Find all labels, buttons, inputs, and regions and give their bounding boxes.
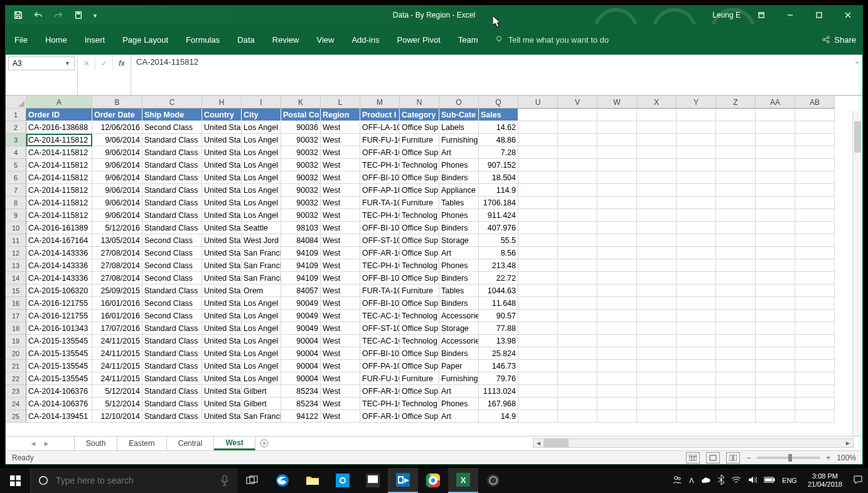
vertical-scrollbar[interactable]: [852, 111, 862, 436]
cell[interactable]: CA-2014-115812: [26, 209, 92, 222]
cell[interactable]: United Sta: [202, 310, 242, 322]
cell[interactable]: 9/06/2014: [92, 159, 142, 171]
cell[interactable]: 90.57: [479, 310, 518, 322]
formula-bar-expand-icon[interactable]: ⌄: [854, 57, 860, 65]
cell[interactable]: [716, 398, 756, 410]
cell[interactable]: Order Date: [92, 109, 142, 121]
cell[interactable]: 12/10/2014: [92, 410, 142, 423]
cell[interactable]: Office Sup: [400, 222, 439, 234]
cell[interactable]: [637, 284, 677, 297]
row-header[interactable]: 21: [6, 360, 26, 372]
cell[interactable]: [795, 398, 835, 410]
cell[interactable]: Binders: [439, 347, 479, 360]
cell[interactable]: [716, 385, 756, 398]
cell[interactable]: San Franci: [242, 259, 281, 272]
cell[interactable]: 407.976: [479, 222, 518, 234]
cell[interactable]: [637, 347, 677, 360]
cell[interactable]: 5/12/2014: [92, 385, 142, 398]
cell[interactable]: [795, 209, 835, 222]
close-button[interactable]: [833, 6, 862, 24]
cell[interactable]: [637, 297, 677, 310]
fx-button[interactable]: fx: [113, 57, 131, 70]
cell[interactable]: Office Sup: [400, 322, 439, 335]
cell[interactable]: West: [321, 398, 360, 410]
cell[interactable]: United Sta: [202, 146, 242, 159]
column-header[interactable]: M: [360, 96, 400, 109]
cell[interactable]: [716, 197, 756, 209]
cell[interactable]: [677, 247, 716, 259]
tray-expand-icon[interactable]: ᐱ: [689, 477, 694, 485]
cell[interactable]: [716, 159, 756, 171]
cell[interactable]: [756, 335, 795, 347]
cell[interactable]: 27/08/2014: [92, 259, 142, 272]
cell[interactable]: [518, 410, 558, 423]
cell[interactable]: San Franci: [242, 272, 281, 284]
cell[interactable]: [597, 297, 637, 310]
cell[interactable]: [518, 134, 558, 146]
column-header[interactable]: X: [637, 96, 677, 109]
cell[interactable]: Los Angel: [242, 347, 281, 360]
cell[interactable]: Paper: [439, 360, 479, 372]
cell[interactable]: OFF-AR-10: [360, 146, 400, 159]
row-header[interactable]: 6: [6, 171, 26, 184]
cell[interactable]: OFF-PA-10: [360, 360, 400, 372]
zoom-in-button[interactable]: +: [826, 453, 830, 462]
row-header[interactable]: 1: [6, 109, 26, 121]
cell[interactable]: [518, 385, 558, 398]
cell[interactable]: [637, 272, 677, 284]
cell[interactable]: 90049: [281, 322, 321, 335]
cell[interactable]: [756, 222, 795, 234]
cell[interactable]: Phones: [439, 159, 479, 171]
cell[interactable]: Category: [400, 109, 439, 121]
cell[interactable]: [795, 284, 835, 297]
cell[interactable]: [637, 398, 677, 410]
cell[interactable]: Office Sup: [400, 247, 439, 259]
ribbon-tab-review[interactable]: Review: [264, 24, 308, 55]
zoom-level[interactable]: 100%: [837, 453, 856, 462]
cell[interactable]: West: [321, 146, 360, 159]
cell[interactable]: [518, 159, 558, 171]
cell[interactable]: Second Class: [142, 297, 202, 310]
cell[interactable]: West: [321, 385, 360, 398]
cell[interactable]: United Sta: [202, 222, 242, 234]
cell[interactable]: [677, 259, 716, 272]
cell[interactable]: Postal Co: [281, 109, 321, 121]
cell[interactable]: 167.968: [479, 398, 518, 410]
cell[interactable]: CA-2014-115812: [26, 171, 92, 184]
cell[interactable]: [558, 197, 597, 209]
cell[interactable]: Furniture: [400, 134, 439, 146]
cell[interactable]: United Sta: [202, 372, 242, 385]
cell[interactable]: [716, 171, 756, 184]
cell[interactable]: CA-2014-139451: [26, 410, 92, 423]
cell[interactable]: 9/06/2014: [92, 171, 142, 184]
cell[interactable]: TEC-PH-10: [360, 209, 400, 222]
cell[interactable]: West: [321, 360, 360, 372]
cell[interactable]: CA-2014-115812: [26, 134, 92, 146]
cell[interactable]: OFF-AR-10: [360, 410, 400, 423]
row-header[interactable]: 3: [6, 134, 26, 146]
minimize-button[interactable]: [776, 6, 805, 24]
cell[interactable]: 9/06/2014: [92, 197, 142, 209]
cell[interactable]: CA-2014-167164: [26, 234, 92, 247]
cell[interactable]: Standard Class: [142, 398, 202, 410]
cell[interactable]: TEC-PH-10: [360, 159, 400, 171]
sheet-tab-south[interactable]: South: [75, 436, 117, 450]
cell[interactable]: United Sta: [202, 410, 242, 423]
cell[interactable]: United Sta: [202, 297, 242, 310]
cell[interactable]: [597, 184, 637, 197]
cell[interactable]: [597, 385, 637, 398]
cell[interactable]: Technolog: [400, 159, 439, 171]
cell[interactable]: Standard Class: [142, 284, 202, 297]
cell[interactable]: West: [321, 197, 360, 209]
cell[interactable]: United Sta: [202, 209, 242, 222]
ribbon-tab-view[interactable]: View: [308, 24, 343, 55]
cell[interactable]: Binders: [439, 297, 479, 310]
cell[interactable]: Storage: [439, 234, 479, 247]
column-header[interactable]: B: [92, 96, 142, 109]
cell[interactable]: [518, 284, 558, 297]
cell[interactable]: OFF-AR-10: [360, 385, 400, 398]
mic-icon[interactable]: [212, 475, 237, 486]
cell[interactable]: [677, 134, 716, 146]
task-view-button[interactable]: [237, 468, 267, 493]
cell[interactable]: [637, 159, 677, 171]
